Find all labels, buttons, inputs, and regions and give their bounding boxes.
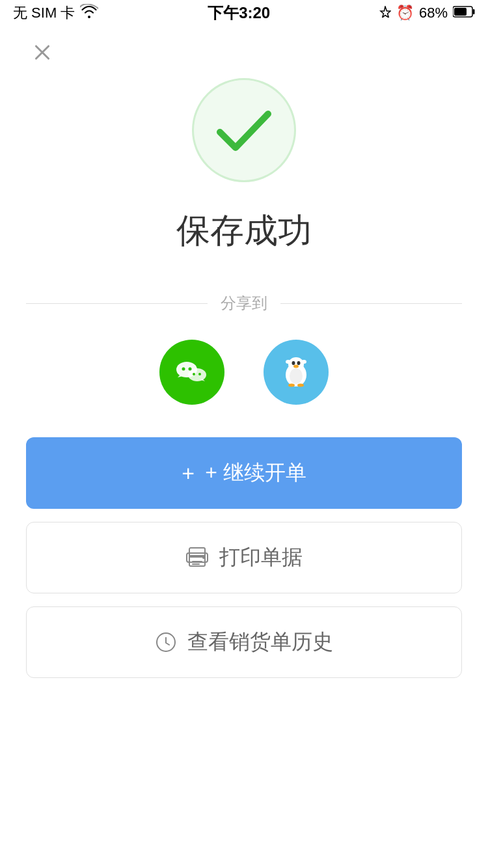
print-icon — [185, 547, 209, 569]
svg-point-6 — [189, 368, 192, 371]
share-divider: 分享到 — [26, 293, 462, 314]
svg-point-8 — [198, 373, 201, 375]
svg-rect-2 — [454, 8, 467, 16]
svg-point-17 — [286, 360, 291, 364]
history-label: 查看销货单历史 — [187, 628, 333, 657]
continue-button[interactable]: + + 继续开单 — [26, 437, 462, 509]
divider-line-left — [26, 303, 208, 304]
svg-rect-1 — [473, 9, 475, 14]
svg-point-5 — [182, 368, 185, 371]
status-left: 无 SIM 卡 — [13, 3, 98, 23]
success-circle — [192, 78, 296, 182]
actions: + + 继续开单 打印单据 — [0, 437, 488, 678]
svg-point-15 — [288, 384, 295, 387]
svg-point-16 — [297, 384, 304, 387]
svg-point-7 — [193, 373, 195, 375]
no-sim-label: 无 SIM 卡 — [13, 3, 75, 23]
history-icon — [155, 631, 177, 653]
battery-label: 68% — [419, 5, 448, 21]
battery-icon — [453, 5, 475, 21]
svg-point-13 — [293, 365, 299, 368]
location-icon — [379, 5, 391, 21]
print-button[interactable]: 打印单据 — [26, 522, 462, 593]
status-time: 下午3:20 — [208, 3, 270, 23]
print-label: 打印单据 — [219, 543, 303, 572]
checkmark-icon — [215, 107, 273, 153]
status-bar: 无 SIM 卡 下午3:20 ⏰ 68% — [0, 0, 488, 26]
svg-point-14 — [290, 368, 303, 384]
share-label: 分享到 — [221, 293, 267, 314]
alarm-icon: ⏰ — [396, 5, 414, 21]
wechat-share-button[interactable] — [159, 340, 224, 405]
plus-icon: + — [182, 461, 195, 486]
share-section: 分享到 — [0, 293, 488, 405]
wifi-icon — [80, 4, 98, 22]
close-button[interactable] — [26, 36, 59, 68]
history-button[interactable]: 查看销货单历史 — [26, 606, 462, 678]
svg-rect-24 — [192, 563, 200, 565]
divider-line-right — [280, 303, 462, 304]
svg-point-12 — [297, 361, 301, 365]
svg-point-11 — [292, 361, 295, 365]
main-content: 保存成功 分享到 — [0, 26, 488, 678]
status-right: ⏰ 68% — [379, 5, 475, 21]
qq-share-button[interactable] — [264, 340, 329, 405]
svg-rect-23 — [192, 561, 202, 562]
svg-point-22 — [202, 556, 205, 559]
success-title: 保存成功 — [176, 208, 312, 254]
continue-label: + 继续开单 — [205, 459, 306, 487]
svg-point-18 — [301, 360, 306, 364]
share-icons — [26, 340, 462, 405]
